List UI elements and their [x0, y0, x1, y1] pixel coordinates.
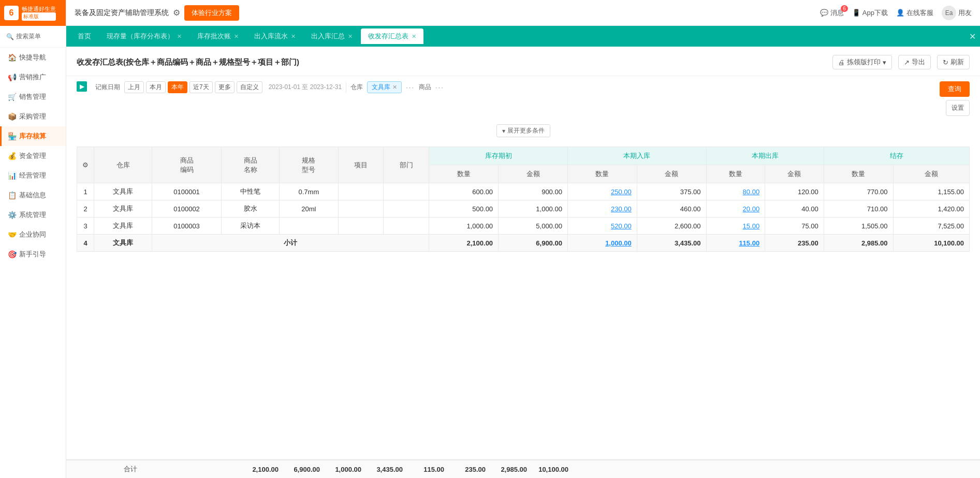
sidebar-item-label: 采购管理 — [19, 112, 46, 121]
sidebar-item-guide[interactable]: 🎯 新手引导 — [0, 244, 66, 264]
th-open-qty: 数量 — [429, 165, 499, 183]
message-btn[interactable]: 💬 消息 6 — [820, 8, 844, 18]
top-header: 装备及固定资产辅助管理系统 ⚙ 体验行业方案 💬 消息 6 📱 App下载 👤 … — [66, 0, 980, 26]
export-btn[interactable]: ↗ 导出 — [898, 55, 931, 69]
tab-close-icon[interactable]: ✕ — [348, 33, 353, 40]
warehouse-tag[interactable]: 文具库 ✕ — [367, 81, 402, 93]
row-department — [384, 200, 429, 218]
row-open-qty: 600.00 — [429, 183, 499, 200]
app-download-btn[interactable]: 📱 App下载 — [852, 8, 888, 18]
date-btn-this-month[interactable]: 本月 — [146, 81, 166, 93]
subtotal-in-qty-link[interactable]: 1,000.00 — [567, 235, 637, 252]
search-menu-btn[interactable]: 🔍 搜索菜单 — [4, 30, 62, 43]
row-in-qty-link[interactable]: 250.00 — [567, 183, 637, 200]
warehouse-tag-close[interactable]: ✕ — [392, 84, 397, 91]
sidebar-item-label: 企业协同 — [19, 230, 46, 239]
user-menu-btn[interactable]: Ea 用友 — [942, 6, 972, 20]
row-open-qty: 1,000.00 — [429, 218, 499, 235]
tab-close-icon[interactable]: ✕ — [234, 33, 239, 40]
warehouse-more-btn[interactable]: ··· — [406, 83, 415, 91]
row-in-amt: 2,600.00 — [637, 218, 706, 235]
date-range-display: 2023-01-01 至 2023-12-31 — [269, 83, 342, 92]
sidebar-item-sales[interactable]: 🛒 销售管理 — [0, 87, 66, 107]
row-out-qty-link[interactable]: 20.00 — [706, 200, 765, 218]
tab-home[interactable]: 首页 — [70, 28, 98, 44]
query-button[interactable]: 查询 — [940, 81, 970, 97]
tab-close-icon[interactable]: ✕ — [177, 33, 182, 40]
settings-button[interactable]: 设置 — [946, 100, 970, 116]
sidebar-item-enterprise[interactable]: 🤝 企业协同 — [0, 225, 66, 244]
row-out-qty-link[interactable]: 15.00 — [706, 218, 765, 235]
print-template-btn[interactable]: 🖨 拣领版打印 ▾ — [832, 55, 892, 69]
row-department — [384, 183, 429, 200]
tab-inout-flow-label: 出入库流水 — [254, 32, 288, 41]
tab-close-icon[interactable]: ✕ — [412, 33, 416, 40]
expand-more-btn[interactable]: ▾ 展开更多条件 — [496, 124, 550, 137]
sidebar-item-label: 新手引导 — [19, 250, 46, 259]
row-open-qty: 500.00 — [429, 200, 499, 218]
sidebar-item-operations[interactable]: 📊 经营管理 — [0, 166, 66, 185]
date-btn-more[interactable]: 更多 — [215, 81, 235, 93]
expand-more-row: ▾ 展开更多条件 — [66, 121, 980, 140]
row-in-qty-link[interactable]: 230.00 — [567, 200, 637, 218]
row-out-qty-link[interactable]: 80.00 — [706, 183, 765, 200]
table-row: 3 文具库 0100003 采访本 1,000.00 5,000.00 520.… — [77, 218, 970, 235]
row-close-qty: 710.00 — [824, 200, 893, 218]
sidebar-item-finance[interactable]: 💰 资金管理 — [0, 146, 66, 166]
sidebar-search-area[interactable]: 🔍 搜索菜单 — [0, 26, 66, 48]
goods-more-btn[interactable]: ··· — [435, 83, 444, 91]
row-department — [384, 218, 429, 235]
refresh-btn[interactable]: ↻ 刷新 — [937, 55, 970, 69]
tab-close-icon[interactable]: ✕ — [291, 33, 296, 40]
tab-inventory-dist[interactable]: 现存量（库存分布表） ✕ — [99, 28, 189, 44]
logo-icon: 6 — [4, 6, 19, 20]
online-service-btn[interactable]: 👤 在线客服 — [896, 8, 933, 18]
tab-batch-ledger[interactable]: 库存批次账 ✕ — [190, 28, 246, 44]
table-area: ⚙ 仓库 商品编码 商品名称 规格型号 项目 部门 库存期初 本期入库 本期出库… — [66, 147, 980, 262]
row-warehouse: 文具库 — [94, 183, 152, 200]
footer-close-qty: 2,985.00 — [491, 466, 532, 473]
date-btn-prev-month[interactable]: 上月 — [124, 81, 144, 93]
logo-badge: 标准版 — [22, 12, 56, 21]
filter-section: ▶ 记账日期 上月 本月 本年 近7天 更多 自定义 2023-01-01 至 … — [66, 76, 980, 121]
row-num: 1 — [77, 183, 94, 200]
th-closing: 结存 — [824, 147, 969, 165]
th-goods-name: 商品名称 — [221, 147, 279, 183]
filter-expand-arrow[interactable]: ▶ — [77, 81, 87, 92]
tab-inout-summary-label: 出入库汇总 — [311, 32, 345, 41]
sidebar-item-purchase[interactable]: 📦 采购管理 — [0, 107, 66, 126]
tab-inout-summary[interactable]: 出入库汇总 ✕ — [304, 28, 360, 44]
tab-bar-close-icon[interactable]: ✕ — [969, 32, 976, 41]
sidebar-item-quick-nav[interactable]: 🏠 快捷导航 — [0, 48, 66, 67]
th-goods-code: 商品编码 — [152, 147, 222, 183]
table-row: 1 文具库 0100001 中性笔 0.7mm 600.00 900.00 25… — [77, 183, 970, 200]
date-btn-this-year[interactable]: 本年 — [168, 81, 187, 93]
date-btn-custom[interactable]: 自定义 — [237, 81, 262, 93]
tab-receive-summary[interactable]: 收发存汇总表 ✕ — [361, 28, 423, 44]
subtotal-out-qty-link[interactable]: 115.00 — [706, 235, 765, 252]
sidebar-item-inventory[interactable]: 🏪 库存核算 — [0, 126, 66, 146]
sidebar-item-system[interactable]: ⚙️ 系统管理 — [0, 205, 66, 225]
trial-button[interactable]: 体验行业方案 — [184, 5, 239, 21]
table-settings-header[interactable]: ⚙ — [77, 147, 94, 183]
sidebar-item-label: 资金管理 — [19, 151, 46, 161]
header-left: 装备及固定资产辅助管理系统 ⚙ 体验行业方案 — [75, 5, 239, 21]
subtotal-row: 4 文具库 小计 2,100.00 6,900.00 1,000.00 3,43… — [77, 235, 970, 252]
row-in-qty-link[interactable]: 520.00 — [567, 218, 637, 235]
guide-icon: 🎯 — [8, 250, 16, 258]
row-goods-spec: 20ml — [280, 200, 339, 218]
footer-open-qty: 2,100.00 — [242, 466, 284, 473]
table-settings-icon[interactable]: ⚙ — [82, 161, 89, 169]
sidebar-item-marketing[interactable]: 📢 营销推广 — [0, 67, 66, 87]
tab-inout-flow[interactable]: 出入库流水 ✕ — [247, 28, 303, 44]
row-goods-name: 中性笔 — [221, 183, 279, 200]
settings-gear-icon[interactable]: ⚙ — [173, 8, 180, 18]
page-header: 收发存汇总表(按仓库＋商品编码＋商品＋规格型号＋项目＋部门) 🖨 拣领版打印 ▾… — [66, 47, 980, 76]
date-btn-7days[interactable]: 近7天 — [189, 81, 213, 93]
row-open-amt: 900.00 — [499, 183, 568, 200]
sidebar-item-basic-info[interactable]: 📋 基础信息 — [0, 185, 66, 205]
th-out-amt: 金额 — [765, 165, 824, 183]
subtotal-close-amt: 10,100.00 — [893, 235, 969, 252]
tab-batch-ledger-label: 库存批次账 — [197, 32, 231, 41]
operations-icon: 📊 — [8, 171, 16, 180]
